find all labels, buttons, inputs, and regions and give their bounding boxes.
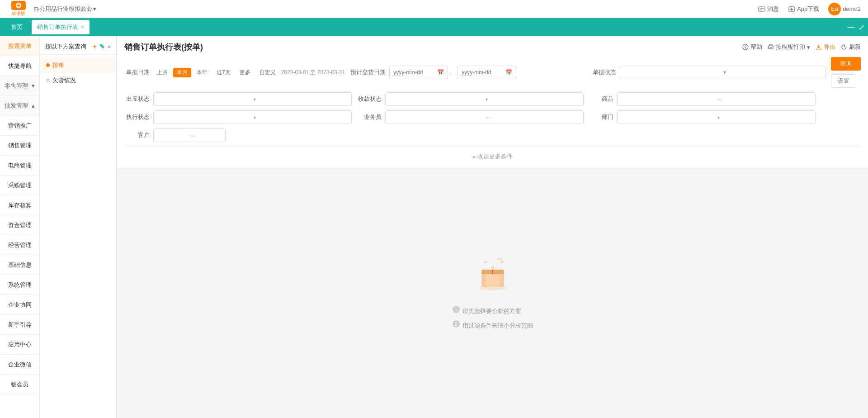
filter-payment-field: 收款状态 ▾ xyxy=(356,92,584,106)
print-btn[interactable]: 按模板打印 ▾ xyxy=(768,43,810,51)
search-menu-label: 搜索菜单 xyxy=(8,42,32,50)
product-label: 商品 xyxy=(588,95,613,103)
avatar: Ea xyxy=(828,3,841,15)
collapse-more-btn[interactable]: « 收起更多条件 xyxy=(472,149,513,164)
sidebar-item-operation[interactable]: 经营管理 xyxy=(0,235,39,255)
exec-status-select[interactable]: ▾ xyxy=(153,110,352,124)
help-btn[interactable]: 帮助 xyxy=(742,43,762,51)
collapse-label: 收起更多条件 xyxy=(477,152,513,161)
user-profile[interactable]: Ea demo2 xyxy=(828,3,861,15)
date-btn-last-month[interactable]: 上月 xyxy=(153,68,171,77)
setting-button[interactable]: 设置 xyxy=(831,74,856,88)
filter-doc-status-field: 单据状态 ▾ xyxy=(591,66,826,79)
sidebar-quick-nav[interactable]: 快捷导航 xyxy=(0,56,39,76)
tab-close-icon[interactable]: × xyxy=(81,24,84,30)
sidebar-item-sales[interactable]: 销售管理 xyxy=(0,136,39,156)
refresh-btn[interactable]: 刷新 xyxy=(841,43,861,51)
exec-caret: ▾ xyxy=(254,115,348,120)
export-btn[interactable]: 导出 xyxy=(816,43,835,51)
active-dot xyxy=(46,63,50,67)
sidebar-item-finance[interactable]: 资金管理 xyxy=(0,215,39,235)
sidebar-item-marketing[interactable]: 营销推广 xyxy=(0,116,39,136)
sidebar-item-member[interactable]: 畅会员 xyxy=(0,375,39,394)
date-btn-7days[interactable]: 近7天 xyxy=(213,68,234,77)
tab-home[interactable]: 首页 xyxy=(4,20,30,34)
salesperson-select[interactable]: ··· xyxy=(385,110,584,124)
expected-date-inputs: 📅 — 📅 xyxy=(389,66,516,79)
sidebar-item-wholesale[interactable]: 批发管理 ▴ xyxy=(0,96,39,116)
sidebar-item-inventory[interactable]: 库存核算 xyxy=(0,195,39,215)
sidebar-item-appstore[interactable]: 应用中心 xyxy=(0,335,39,355)
scheme-item-by-order[interactable]: 按单 xyxy=(40,57,116,73)
tab-minimize-btn[interactable]: — xyxy=(848,23,855,31)
expected-date-end-input[interactable] xyxy=(462,69,505,76)
date-btn-this-year[interactable]: 本年 xyxy=(193,68,211,77)
filter-expected-date-field: 预计交货日期 📅 — 📅 xyxy=(350,66,585,79)
doc-status-select[interactable]: ▾ xyxy=(620,66,826,79)
shipment-select[interactable]: ▾ xyxy=(153,92,352,106)
sidebar-item-wechat[interactable]: 企业微信 xyxy=(0,355,39,375)
customer-select[interactable]: ··· xyxy=(153,128,226,142)
customer-label: 客户 xyxy=(124,131,150,139)
user-name: demo2 xyxy=(843,5,861,12)
date-btn-custom[interactable]: 自定义 xyxy=(256,68,279,77)
sidebar-item-purchase[interactable]: 采购管理 xyxy=(0,176,39,195)
svg-point-11 xyxy=(491,266,494,269)
message-label: 消息 xyxy=(767,5,779,13)
sidebar-item-enterprise[interactable]: 企业协同 xyxy=(0,295,39,315)
top-bar: 标准版 办公用品行业模拟账套 ▾ 消息 App下载 Ea demo2 xyxy=(0,0,868,18)
filter-exec-status-field: 执行状态 ▾ xyxy=(124,110,352,124)
tab-expand-btn[interactable]: ⤢ xyxy=(859,23,864,32)
filter-date-field: 单据日期 上月 本月 本年 近7天 更多 自定义 2023-03-01 至 20… xyxy=(124,68,345,77)
customer-more-icon: ··· xyxy=(190,132,222,139)
svg-rect-5 xyxy=(769,47,772,48)
dropdown-arrow: ▾ xyxy=(93,5,96,12)
sidebar-item-basic[interactable]: 基础信息 xyxy=(0,255,39,275)
product-select[interactable]: ··· xyxy=(617,92,816,106)
inactive-dot xyxy=(46,79,50,82)
logo-icon xyxy=(11,1,26,10)
app-download-btn[interactable]: App下载 xyxy=(788,5,819,13)
filter-salesperson-field: 业务员 ··· xyxy=(356,110,584,124)
tab-sales-execution[interactable]: 销售订单执行表 × xyxy=(32,20,90,34)
sidebar-item-system[interactable]: 系统管理 xyxy=(0,275,39,295)
dept-select[interactable]: ▾ xyxy=(617,110,816,124)
app-name-text: 办公用品行业模拟账套 xyxy=(33,5,92,13)
sidebar-item-newbie[interactable]: 新手引导 xyxy=(0,315,39,335)
date-btn-more[interactable]: 更多 xyxy=(236,68,254,77)
product-more-icon: ··· xyxy=(717,96,812,103)
payment-caret: ▾ xyxy=(486,97,580,102)
scheme-label-shortage: 欠货情况 xyxy=(52,76,76,85)
content-right: 销售订单执行表(按单) 帮助 按模板打印 ▾ xyxy=(117,36,868,418)
add-scheme-btn[interactable]: + xyxy=(93,43,97,50)
sidebar-item-retail[interactable]: 零售管理 ▾ xyxy=(0,76,39,96)
page-header: 销售订单执行表(按单) 帮助 按模板打印 ▾ xyxy=(124,42,861,52)
sidebar-search[interactable]: 搜索菜单 xyxy=(0,36,39,56)
sidebar-item-ecommerce[interactable]: 电商管理 xyxy=(0,156,39,176)
logo-text: 标准版 xyxy=(12,10,25,17)
expected-date-start[interactable]: 📅 xyxy=(389,66,448,79)
empty-state: 1 请先选择要分析的方案 2 用过滤条件来缩小分析范围 xyxy=(453,224,533,362)
scheme-item-shortage[interactable]: 欠货情况 xyxy=(40,73,116,88)
search-button[interactable]: 查询 xyxy=(831,57,861,71)
payment-select[interactable]: ▾ xyxy=(385,92,584,106)
app-name-dropdown[interactable]: 办公用品行业模拟账套 ▾ xyxy=(33,5,96,13)
date-btn-this-month[interactable]: 本月 xyxy=(173,68,191,77)
calendar-icon-end: 📅 xyxy=(505,69,512,76)
collapse-panel-btn[interactable]: « xyxy=(108,43,111,50)
expected-date-start-input[interactable] xyxy=(393,69,437,76)
edit-scheme-btn[interactable]: ✎ xyxy=(99,43,105,50)
date-options: 上月 本月 本年 近7天 更多 自定义 2023-03-01 至 2023-03… xyxy=(153,68,345,77)
scheme-label-order: 按单 xyxy=(52,61,64,69)
sidebar: 搜索菜单 快捷导航 零售管理 ▾ 批发管理 ▴ 营销推广 销售管理 电商管理 采… xyxy=(0,36,40,418)
collapse-arrow-icon: « xyxy=(472,153,476,160)
payment-label: 收款状态 xyxy=(356,95,382,103)
shipment-label: 出库状态 xyxy=(124,95,150,103)
filter-product-field: 商品 ··· xyxy=(588,92,816,106)
exec-status-label: 执行状态 xyxy=(124,113,150,121)
tab-bar: 首页 销售订单执行表 × — ⤢ xyxy=(0,18,868,36)
expected-date-end[interactable]: 📅 xyxy=(458,66,516,79)
empty-step-2: 2 用过滤条件来缩小分析范围 xyxy=(453,320,533,331)
message-btn[interactable]: 消息 xyxy=(758,5,779,13)
filter-area: 单据日期 上月 本月 本年 近7天 更多 自定义 2023-03-01 至 20… xyxy=(124,57,861,164)
